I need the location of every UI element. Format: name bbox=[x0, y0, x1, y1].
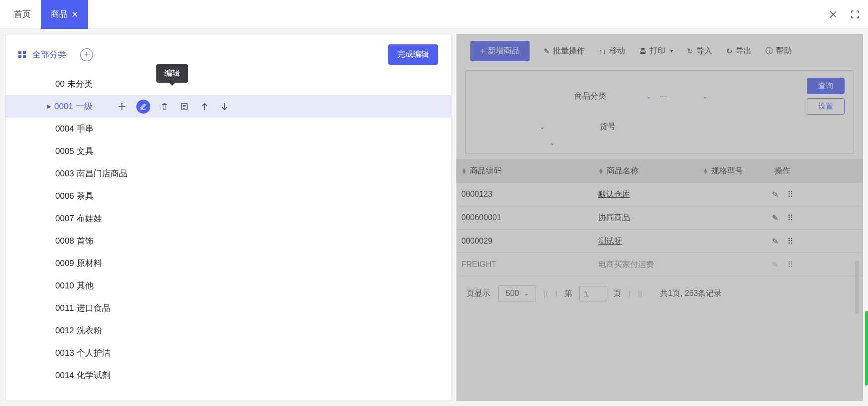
product-name-link[interactable]: 测试呀 bbox=[598, 236, 622, 247]
svg-rect-2 bbox=[18, 55, 21, 58]
add-category-button[interactable]: + bbox=[80, 48, 93, 61]
last-page-icon[interactable]: ⟩| bbox=[638, 289, 642, 297]
edit-icon[interactable] bbox=[136, 100, 150, 114]
tab-home-label: 首页 bbox=[14, 8, 31, 20]
tree-item[interactable]: 0007 布娃娃 bbox=[5, 207, 451, 230]
more-row-icon[interactable]: ⠿ bbox=[787, 190, 793, 199]
prev-page-icon[interactable]: ⟨ bbox=[555, 289, 557, 297]
move-icon: ↑↓ bbox=[599, 47, 606, 55]
move-down-icon[interactable] bbox=[219, 101, 230, 112]
row-actions bbox=[116, 100, 230, 114]
edit-row-icon: ✎ bbox=[772, 260, 778, 270]
page-summary: 共1页, 263条记录 bbox=[660, 288, 722, 299]
perpage-label: 页显示 bbox=[466, 288, 490, 299]
plus-icon: + bbox=[480, 47, 485, 56]
svg-rect-3 bbox=[23, 55, 26, 58]
product-name-link[interactable]: 协同商品 bbox=[598, 213, 630, 223]
product-table: ▲▼商品编码 ▲▼商品名称 ▲▼规格型号 操作 0000123 默认仓库 ✎⠿ … bbox=[456, 159, 863, 276]
category-title[interactable]: 全部分类 bbox=[32, 49, 66, 60]
tab-product[interactable]: 商品 × bbox=[41, 0, 88, 29]
pagination: 页显示 500⌄ |⟨ ⟨ 第 页 ⟩ ⟩| 共1页, 263条记录 bbox=[456, 276, 863, 310]
caret-icon[interactable]: ▶ bbox=[47, 104, 51, 109]
tab-home[interactable]: 首页 bbox=[4, 0, 41, 29]
tree-item[interactable]: 0003 南昌门店商品 bbox=[5, 162, 451, 185]
close-all-icon[interactable] bbox=[824, 5, 842, 23]
export-icon: ↻ bbox=[726, 47, 733, 56]
first-page-icon[interactable]: |⟨ bbox=[544, 289, 548, 297]
tree-item[interactable]: 0005 文具 bbox=[5, 140, 451, 162]
query-button[interactable]: 查询 bbox=[807, 78, 845, 94]
chevron-down-icon[interactable]: ⌄ bbox=[540, 123, 545, 131]
tab-product-label: 商品 bbox=[51, 8, 68, 20]
product-name-text: 电商买家付运费 bbox=[598, 260, 654, 270]
chevron-down-icon[interactable]: ⌄ bbox=[702, 93, 708, 100]
chevron-down-icon: ⌄ bbox=[524, 290, 529, 297]
edit-row-icon[interactable]: ✎ bbox=[772, 237, 778, 246]
more-row-icon[interactable]: ⠿ bbox=[787, 260, 793, 270]
print-icon: 🖶 bbox=[639, 47, 647, 55]
help-button[interactable]: ⓘ帮助 bbox=[765, 46, 792, 56]
tree-item[interactable]: 0014 化学试剂 bbox=[5, 364, 451, 387]
tree-item[interactable]: 0011 进口食品 bbox=[5, 297, 451, 319]
batch-icon: ✎ bbox=[543, 47, 550, 56]
product-list-panel: +新增商品 ✎批量操作 ↑↓移动 🖶打印▾ ↻导入 ↻导出 ⓘ帮助 商品分类 ⌄… bbox=[456, 34, 863, 401]
svg-rect-1 bbox=[23, 51, 26, 54]
batch-button[interactable]: ✎批量操作 bbox=[543, 46, 585, 56]
toolbar: +新增商品 ✎批量操作 ↑↓移动 🖶打印▾ ↻导入 ↻导出 ⓘ帮助 bbox=[456, 34, 863, 68]
tree-item[interactable]: 0008 首饰 bbox=[5, 230, 451, 252]
sort-icon[interactable]: ▲▼ bbox=[461, 168, 467, 174]
tree-item[interactable]: 0009 原材料 bbox=[5, 252, 451, 274]
table-row[interactable]: 0000123 默认仓库 ✎⠿ bbox=[456, 183, 863, 206]
more-row-icon[interactable]: ⠿ bbox=[787, 213, 793, 223]
import-icon: ↻ bbox=[687, 47, 693, 56]
tree-item[interactable]: 0006 茶具 bbox=[5, 185, 451, 207]
more-row-icon[interactable]: ⠿ bbox=[787, 237, 793, 246]
tree-item[interactable]: 00 未分类 bbox=[5, 73, 451, 95]
top-tabs: 首页 商品 × bbox=[0, 0, 868, 29]
move-up-icon[interactable] bbox=[199, 101, 210, 112]
print-button[interactable]: 🖶打印▾ bbox=[639, 46, 673, 56]
table-row[interactable]: FREIGHT 电商买家付运费 ✎⠿ bbox=[456, 253, 863, 276]
chevron-down-icon[interactable]: ⌄ bbox=[646, 93, 651, 100]
setting-button[interactable]: 设置 bbox=[807, 98, 845, 115]
finish-edit-button[interactable]: 完成编辑 bbox=[388, 44, 438, 65]
delete-icon[interactable] bbox=[159, 101, 170, 112]
chevron-down-icon[interactable]: ⌄ bbox=[549, 139, 555, 146]
category-tree[interactable]: 00 未分类 ▶ 0001 一级 0004 手串 0005 文具 0003 南昌… bbox=[5, 71, 451, 401]
table-body: 0000123 默认仓库 ✎⠿ 000600001 协同商品 ✎⠿ 000002… bbox=[456, 183, 863, 276]
page-input[interactable] bbox=[579, 286, 606, 301]
edit-row-icon[interactable]: ✎ bbox=[772, 190, 778, 199]
close-icon[interactable]: × bbox=[72, 9, 78, 20]
tree-item[interactable]: 0013 个人护洁 bbox=[5, 342, 451, 364]
window-scrollbar[interactable] bbox=[865, 311, 868, 386]
perpage-select[interactable]: 500⌄ bbox=[498, 285, 536, 301]
search-box: 商品分类 ⌄ — ⌄ 查询 设置 ⌄ 货号 ⌄ bbox=[465, 70, 854, 154]
add-product-button[interactable]: +新增商品 bbox=[470, 41, 530, 61]
table-row[interactable]: 000600001 协同商品 ✎⠿ bbox=[456, 206, 863, 230]
tree-item[interactable]: 0010 其他 bbox=[5, 274, 451, 297]
move-button[interactable]: ↑↓移动 bbox=[599, 46, 625, 56]
chevron-down-icon: ▾ bbox=[670, 48, 673, 54]
grid-icon bbox=[18, 51, 26, 59]
import-button[interactable]: ↻导入 bbox=[687, 46, 712, 56]
next-page-icon[interactable]: ⟩ bbox=[628, 289, 631, 297]
category-label: 商品分类 bbox=[574, 91, 606, 102]
category-header: 全部分类 + 完成编辑 bbox=[5, 34, 451, 71]
sort-icon[interactable]: ▲▼ bbox=[703, 168, 708, 174]
dash: — bbox=[660, 92, 667, 100]
sku-label: 货号 bbox=[600, 122, 616, 132]
product-name-link[interactable]: 默认仓库 bbox=[598, 189, 630, 200]
svg-rect-0 bbox=[18, 51, 21, 54]
tree-item-selected[interactable]: ▶ 0001 一级 bbox=[5, 95, 451, 118]
export-icon[interactable] bbox=[179, 101, 190, 112]
edit-row-icon[interactable]: ✎ bbox=[772, 213, 778, 223]
tree-item[interactable]: 0012 洗衣粉 bbox=[5, 319, 451, 342]
table-scrollbar[interactable] bbox=[855, 261, 859, 314]
tree-item[interactable]: 0004 手串 bbox=[5, 118, 451, 140]
sort-icon[interactable]: ▲▼ bbox=[598, 168, 604, 174]
table-row[interactable]: 0000029 测试呀 ✎⠿ bbox=[456, 230, 863, 253]
add-child-icon[interactable] bbox=[116, 101, 127, 112]
fullscreen-icon[interactable] bbox=[846, 5, 864, 23]
help-icon: ⓘ bbox=[765, 46, 773, 56]
export-button[interactable]: ↻导出 bbox=[726, 46, 752, 56]
